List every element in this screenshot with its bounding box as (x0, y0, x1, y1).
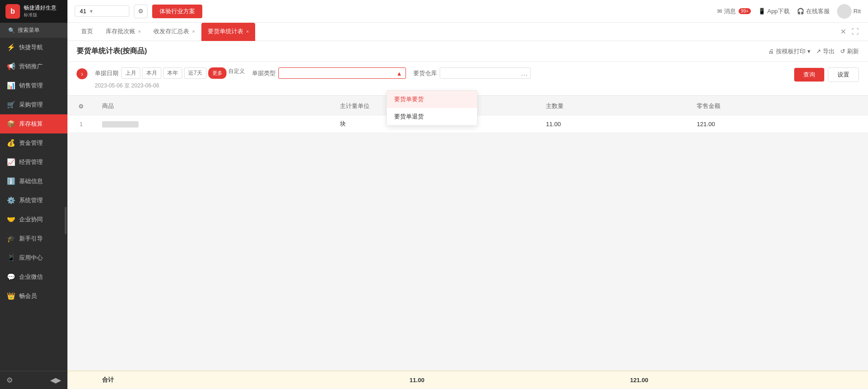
filter-type-input[interactable] (278, 67, 406, 79)
topbar-gear-button[interactable]: ⚙ (134, 5, 148, 18)
settings-button[interactable]: 设置 (828, 67, 859, 82)
sidebar-item-12[interactable]: 📱应用中心 (0, 248, 67, 267)
col-qty: 主数量 (539, 97, 689, 115)
dropdown-item-order-goods[interactable]: 要货单要货 (387, 91, 477, 108)
tab-receive-summary-close[interactable]: × (192, 29, 195, 34)
messages-badge: 99+ (739, 8, 751, 14)
topbar-left: 41 ▾ ⚙ 体验行业方案 (75, 5, 202, 18)
search-icon: 🔍 (8, 27, 15, 34)
print-icon: 🖨 (768, 48, 774, 55)
filter-custom-btn[interactable]: 自定义 (228, 67, 245, 79)
print-label: 按模板打印 (776, 47, 806, 56)
tab-order-summary[interactable]: 要货单统计表 × (201, 23, 255, 41)
sidebar-icon-5: 📦 (6, 119, 15, 128)
export-button[interactable]: ↗ 导出 (816, 47, 835, 56)
sidebar-item-4[interactable]: 🛒采购管理 (0, 95, 67, 114)
filter-last7-btn[interactable]: 近7天 (184, 67, 206, 79)
col-gear[interactable]: ⚙ (67, 97, 95, 115)
sidebar-icon-11: 🎓 (6, 234, 15, 243)
messages-button[interactable]: ✉ 消息 99+ (717, 7, 751, 15)
sidebar-item-11[interactable]: 🎓新手引导 (0, 229, 67, 248)
sidebar-item-5[interactable]: 📦库存核算 (0, 114, 67, 133)
promo-button[interactable]: 体验行业方案 (152, 5, 202, 18)
collapse-icon[interactable]: ◀▶ (50, 376, 61, 384)
filter-this-year-btn[interactable]: 本年 (163, 67, 182, 79)
sidebar-search-label: 搜索菜单 (18, 26, 40, 34)
sidebar-item-9[interactable]: ⚙️系统管理 (0, 191, 67, 210)
filter-type-arrow[interactable]: ▲ (396, 70, 402, 77)
tab-inventory-batch[interactable]: 库存批次账 × (99, 23, 147, 41)
topbar: 41 ▾ ⚙ 体验行业方案 ✉ 消息 99+ 📱 App下载 🎧 在线客服 R (67, 0, 868, 23)
filter-expand-button[interactable]: › (77, 68, 87, 79)
page-actions: 🖨 按模板打印 ▾ ↗ 导出 ↺ 刷新 (768, 47, 859, 56)
filter-date-range: 2023-05-06 至 2023-06-06 (95, 82, 245, 90)
topbar-right: ✉ 消息 99+ 📱 App下载 🎧 在线客服 Rit (717, 4, 861, 19)
online-service-button[interactable]: 🎧 在线客服 (797, 7, 830, 15)
sidebar-label-3: 销售管理 (19, 82, 43, 90)
user-avatar-button[interactable]: Rit (837, 4, 861, 19)
sidebar-item-8[interactable]: ℹ️基础信息 (0, 172, 67, 191)
print-arrow: ▾ (807, 48, 811, 55)
footer-amount: 121.00 (623, 371, 868, 389)
sidebar-label-10: 企业协同 (19, 215, 43, 224)
filter-type-label: 单据类型 (252, 69, 276, 77)
filter-date-buttons: 上月 本月 本年 近7天 更多 自定义 (121, 67, 245, 79)
tab-home[interactable]: 首页 (75, 23, 99, 41)
footer-label: 合计 (95, 371, 293, 389)
tabs-bar: 首页 库存批次账 × 收发存汇总表 × 要货单统计表 × ✕ ⛶ (67, 23, 868, 41)
sidebar-item-1[interactable]: ⚡快捷导航 (0, 38, 67, 57)
sidebar-item-10[interactable]: 🤝企业协同 (0, 210, 67, 229)
sidebar-label-2: 营销推广 (19, 62, 43, 71)
sidebar-label-1: 快捷导航 (19, 43, 43, 51)
sidebar-label-14: 畅会员 (19, 292, 37, 300)
filter-type-group: 单据类型 ▲ (252, 67, 406, 79)
sidebar-icon-8: ℹ️ (6, 177, 15, 186)
refresh-button[interactable]: ↺ 刷新 (840, 47, 859, 56)
app-download-button[interactable]: 📱 App下载 (758, 7, 790, 15)
sidebar-item-6[interactable]: 💰资金管理 (0, 133, 67, 153)
sidebar-item-7[interactable]: 📈经营管理 (0, 153, 67, 172)
sidebar-icon-7: 📈 (6, 158, 15, 167)
filter-more-btn[interactable]: 更多 (208, 67, 226, 79)
sidebar-icon-6: 💰 (6, 138, 15, 148)
filter-warehouse-group: 要货仓库 … (413, 67, 531, 79)
table-footer: 合计 11.00 121.00 (67, 371, 868, 389)
store-selector[interactable]: 41 ▾ (75, 5, 129, 17)
tab-inventory-batch-label: 库存批次账 (106, 27, 135, 36)
content-area: 要货单统计表(按商品) 🖨 按模板打印 ▾ ↗ 导出 ↺ 刷新 › (67, 41, 868, 389)
store-dropdown-arrow: ▾ (90, 8, 93, 15)
row-amount: 121.00 (689, 115, 868, 133)
tab-close-all-button[interactable]: ✕ (837, 27, 850, 36)
sidebar-item-13[interactable]: 💬企业微信 (0, 267, 67, 287)
tab-inventory-batch-close[interactable]: × (138, 29, 141, 34)
sidebar-item-2[interactable]: 📢营销推广 (0, 57, 67, 76)
sidebar-item-3[interactable]: 📊销售管理 (0, 76, 67, 95)
tab-order-summary-close[interactable]: × (246, 29, 249, 34)
tab-expand-button[interactable]: ⛶ (850, 28, 861, 36)
sidebar-label-5: 库存核算 (19, 120, 43, 128)
sidebar-icon-9: ⚙️ (6, 196, 15, 205)
sidebar-icon-1: ⚡ (6, 43, 15, 52)
filter-warehouse-input[interactable] (440, 67, 531, 79)
footer-qty: 11.00 (402, 371, 623, 389)
dropdown-item-order-return[interactable]: 要货单退货 (387, 108, 477, 125)
filter-warehouse-more[interactable]: … (521, 69, 528, 77)
row-no: 1 (67, 115, 95, 133)
sidebar-item-14[interactable]: 👑畅会员 (0, 287, 67, 306)
filter-last-month-btn[interactable]: 上月 (121, 67, 140, 79)
main-area: 41 ▾ ⚙ 体验行业方案 ✉ 消息 99+ 📱 App下载 🎧 在线客服 R (67, 0, 868, 389)
sidebar-nav: ⚡快捷导航📢营销推广📊销售管理🛒采购管理📦库存核算💰资金管理📈经营管理ℹ️基础信… (0, 38, 67, 371)
tab-receive-summary[interactable]: 收发存汇总表 × (147, 23, 201, 41)
print-button[interactable]: 🖨 按模板打印 ▾ (768, 47, 811, 56)
filter-date-group: 单据日期 上月 本月 本年 近7天 更多 自定义 (95, 67, 245, 79)
query-button[interactable]: 查询 (794, 68, 824, 82)
sidebar-icon-12: 📱 (6, 253, 15, 262)
page-title: 要货单统计表(按商品) (77, 46, 147, 56)
service-icon: 🎧 (797, 8, 804, 15)
filter-this-month-btn[interactable]: 本月 (142, 67, 161, 79)
refresh-label: 刷新 (847, 47, 859, 56)
sidebar-icon-14: 👑 (6, 292, 15, 301)
sidebar-search-item[interactable]: 🔍 搜索菜单 (0, 23, 67, 38)
sidebar-label-11: 新手引导 (19, 235, 43, 243)
settings-icon[interactable]: ⚙ (6, 376, 13, 384)
